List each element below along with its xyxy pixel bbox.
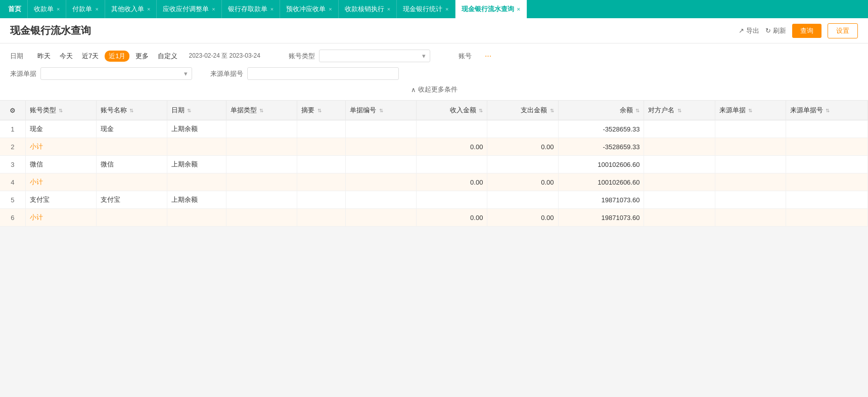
col-account-name[interactable]: 账号名称 ⇅ — [96, 101, 167, 120]
page-header: 现金银行流水查询 ↗ 导出 ↻ 刷新 查询 设置 — [0, 18, 868, 43]
date-more[interactable]: 更多 — [132, 51, 152, 62]
query-button[interactable]: 查询 — [792, 24, 821, 38]
date-filter-group: 日期 昨天 今天 近7天 近1月 更多 自定义 2023-02-24 至 202… — [10, 51, 260, 62]
nav-payment[interactable]: 付款单 × — [66, 0, 105, 18]
close-payment-icon[interactable]: × — [95, 6, 98, 12]
nav-other-income[interactable]: 其他收入单 × — [105, 0, 157, 18]
counterparty-cell — [644, 156, 715, 173]
nav-bank-deposit[interactable]: 银行存取款单 × — [222, 0, 280, 18]
row-num: 1 — [0, 120, 25, 138]
sort-balance-icon: ⇅ — [635, 108, 639, 113]
income-cell: 0.00 — [417, 138, 487, 156]
col-date[interactable]: 日期 ⇅ — [167, 101, 226, 120]
refresh-icon: ↻ — [765, 27, 771, 34]
account-type-cell: 小计 — [25, 209, 96, 227]
data-table: ⚙ 账号类型 ⇅ 账号名称 ⇅ 日期 ⇅ 单据类型 ⇅ — [0, 101, 868, 227]
col-settings[interactable]: ⚙ — [0, 101, 25, 120]
income-cell: 0.00 — [417, 173, 487, 191]
sort-source-doc-icon: ⇅ — [748, 108, 752, 113]
income-cell — [417, 156, 487, 173]
expense-cell — [487, 156, 558, 173]
account-type-select[interactable]: ▾ — [319, 50, 430, 62]
account-type-group: 账号类型 ▾ — [289, 50, 430, 62]
col-account-type[interactable]: 账号类型 ⇅ — [25, 101, 96, 120]
col-balance[interactable]: 余额 ⇅ — [558, 101, 644, 120]
col-doc-no[interactable]: 单据编号 ⇅ — [346, 101, 417, 120]
balance-cell: 100102606.60 — [558, 156, 644, 173]
account-name-cell — [96, 138, 167, 156]
date-today[interactable]: 今天 — [57, 51, 76, 62]
col-doc-type[interactable]: 单据类型 ⇅ — [226, 101, 297, 120]
account-type-chevron-icon: ▾ — [422, 52, 426, 60]
row-num: 6 — [0, 209, 25, 227]
source-doc-no-cell — [786, 209, 867, 227]
col-income[interactable]: 收入金额 ⇅ — [417, 101, 487, 120]
export-icon: ↗ — [739, 27, 744, 34]
expense-cell — [487, 120, 558, 138]
nav-adjustment[interactable]: 应收应付调整单 × — [157, 0, 221, 18]
col-source-doc[interactable]: 来源单据 ⇅ — [715, 101, 786, 120]
close-prepaid-icon[interactable]: × — [329, 6, 332, 12]
summary-cell — [297, 173, 346, 191]
close-other-income-icon[interactable]: × — [147, 6, 150, 12]
counterparty-cell — [644, 191, 715, 209]
refresh-button[interactable]: ↻ 刷新 — [765, 26, 786, 35]
close-adjustment-icon[interactable]: × — [212, 6, 215, 12]
col-source-doc-no[interactable]: 来源单据号 ⇅ — [786, 101, 867, 120]
doc-no-cell — [346, 156, 417, 173]
close-receipt-icon[interactable]: × — [57, 6, 60, 12]
nav-home[interactable]: 首页 — [2, 0, 28, 18]
account-dots-button[interactable]: ··· — [483, 52, 493, 61]
col-summary[interactable]: 摘要 ⇅ — [297, 101, 346, 120]
close-bank-deposit-icon[interactable]: × — [270, 6, 273, 12]
nav-prepaid[interactable]: 预收冲应收单 × — [280, 0, 338, 18]
filter-row-2: 来源单据 ▾ 来源单据号 — [10, 67, 858, 80]
balance-cell: 100102606.60 — [558, 173, 644, 191]
doc-type-cell — [226, 191, 297, 209]
table-row: 1现金现金上期余额-3528659.33 — [0, 120, 868, 138]
source-doc-select[interactable]: ▾ — [40, 67, 192, 80]
close-writeoff-icon[interactable]: × — [387, 6, 390, 12]
nav-receipt[interactable]: 收款单 × — [28, 0, 66, 18]
settings-button[interactable]: 设置 — [828, 23, 858, 38]
summary-cell — [297, 156, 346, 173]
col-expense[interactable]: 支出金额 ⇅ — [487, 101, 558, 120]
date-cell — [167, 138, 226, 156]
doc-no-cell — [346, 120, 417, 138]
settings-gear-icon[interactable]: ⚙ — [10, 107, 16, 114]
account-name-cell: 支付宝 — [96, 191, 167, 209]
export-button[interactable]: ↗ 导出 — [739, 26, 759, 35]
collapse-button[interactable]: ∧ 收起更多条件 — [10, 85, 858, 94]
source-doc-cell — [715, 173, 786, 191]
source-doc-no-input[interactable] — [247, 67, 399, 80]
date-7days[interactable]: 近7天 — [79, 51, 102, 62]
sort-doc-no-icon: ⇅ — [379, 108, 383, 113]
close-cashflow-icon[interactable]: × — [517, 6, 520, 12]
date-cell — [167, 173, 226, 191]
filter-row-1: 日期 昨天 今天 近7天 近1月 更多 自定义 2023-02-24 至 202… — [10, 50, 858, 62]
row-num: 3 — [0, 156, 25, 173]
summary-cell — [297, 209, 346, 227]
doc-no-cell — [346, 209, 417, 227]
row-num: 4 — [0, 173, 25, 191]
date-yesterday[interactable]: 昨天 — [34, 51, 54, 62]
date-custom[interactable]: 自定义 — [155, 51, 180, 62]
collapse-section: ∧ 收起更多条件 — [10, 85, 858, 94]
table-header: ⚙ 账号类型 ⇅ 账号名称 ⇅ 日期 ⇅ 单据类型 ⇅ — [0, 101, 868, 120]
source-doc-no-group: 来源单据号 — [210, 67, 399, 80]
table-row: 2小计0.000.00-3528659.33 — [0, 138, 868, 156]
header-actions: ↗ 导出 ↻ 刷新 查询 设置 — [739, 23, 858, 38]
sort-counterparty-icon: ⇅ — [677, 108, 681, 113]
source-doc-no-cell — [786, 173, 867, 191]
nav-writeoff[interactable]: 收款核销执行 × — [339, 0, 397, 18]
nav-statistics[interactable]: 现金银行统计 × — [397, 0, 455, 18]
date-1month[interactable]: 近1月 — [105, 51, 129, 62]
source-doc-cell — [715, 138, 786, 156]
account-name-cell — [96, 209, 167, 227]
date-label: 日期 — [10, 52, 30, 61]
col-counterparty[interactable]: 对方户名 ⇅ — [644, 101, 715, 120]
sort-date-icon: ⇅ — [187, 108, 191, 113]
nav-cashflow[interactable]: 现金银行流水查询 × — [455, 0, 527, 18]
row-num: 2 — [0, 138, 25, 156]
close-statistics-icon[interactable]: × — [445, 6, 448, 12]
